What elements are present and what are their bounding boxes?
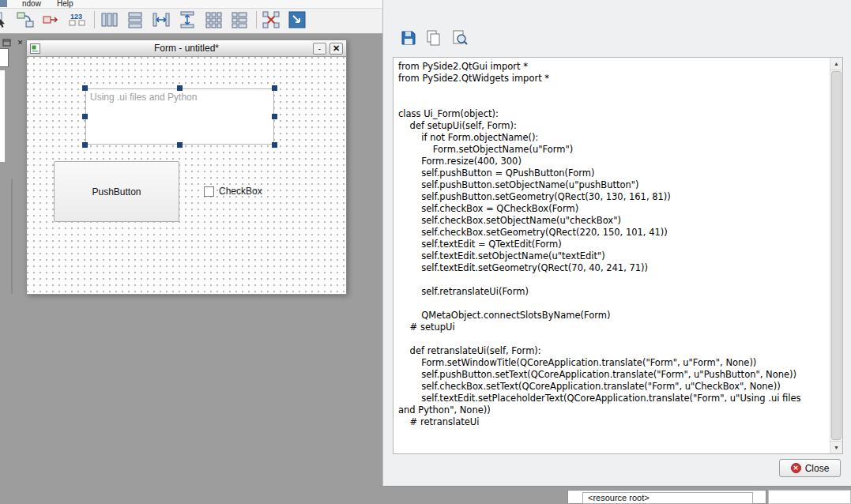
edit-widgets-icon[interactable] [0, 10, 9, 29]
dock-panel-fragment [0, 48, 9, 67]
checkbox-label: CheckBox [219, 186, 262, 197]
toolbar-separator [256, 11, 257, 28]
top-chrome: ndow Help 123 [0, 0, 383, 34]
code-text: from PySide2.QtGui import *from PySide2.… [394, 58, 829, 453]
code-line: self.pushButton.setText(QCoreApplication… [398, 369, 827, 381]
form-canvas[interactable]: Using .ui files and Python PushButton Ch… [27, 57, 346, 294]
resource-root-item[interactable]: <resource root> [582, 492, 753, 504]
code-line: def retranslateUi(self, Form): [398, 345, 827, 357]
code-line: Form.setWindowTitle(QCoreApplication.tra… [398, 357, 827, 369]
form-window-icon [30, 43, 40, 54]
adjust-size-icon[interactable] [288, 10, 307, 29]
code-line [398, 333, 827, 345]
selection-handle[interactable] [272, 142, 277, 148]
save-icon[interactable] [399, 28, 418, 47]
svg-text:123: 123 [70, 13, 82, 21]
minimize-button[interactable]: - [313, 43, 326, 55]
toolbar-separator [94, 11, 95, 28]
break-layout-icon[interactable] [262, 10, 281, 29]
scroll-up-icon[interactable]: ▲ [830, 58, 842, 70]
code-line: def setupUi(self, Form): [398, 120, 827, 132]
code-line: self.textEdit.setGeometry(QRect(70, 40, … [398, 262, 827, 274]
code-line: self.pushButton.setGeometry(QRect(30, 13… [398, 191, 827, 203]
window-close-button[interactable]: ✕ [329, 43, 343, 55]
dock-titlebar-buttons: ✕ [2, 37, 25, 47]
code-line: self.pushButton = QPushButton(Form) [398, 167, 827, 179]
code-line: self.textEdit.setPlaceholderText(QCoreAp… [398, 393, 827, 404]
resource-side-panel [768, 490, 851, 504]
selection-handle[interactable] [272, 85, 277, 91]
code-line: self.retranslateUi(Form) [398, 286, 827, 298]
edit-signals-slots-icon[interactable] [16, 10, 35, 29]
checkbox-widget[interactable]: CheckBox [204, 185, 262, 197]
code-line: self.pushButton.setObjectName(u"pushButt… [398, 179, 827, 191]
layout-grid-icon[interactable] [204, 10, 223, 29]
selection-handle[interactable] [272, 114, 277, 119]
edit-buddies-icon[interactable] [42, 10, 61, 29]
code-line: self.checkBox.setText(QCoreApplication.t… [398, 381, 827, 393]
copy-icon[interactable] [424, 28, 443, 47]
selection-handle[interactable] [82, 85, 88, 91]
layout-splitter-vertical-icon[interactable] [178, 10, 197, 29]
layout-horizontal-icon[interactable] [100, 10, 119, 29]
code-line: self.checkBox.setObjectName(u"checkBox") [398, 215, 827, 227]
textedit-placeholder: Using .ui files and Python [90, 92, 197, 103]
scroll-down-icon[interactable]: ▼ [830, 441, 842, 453]
checkbox-indicator[interactable] [204, 186, 214, 197]
code-line [398, 274, 827, 286]
dock-panel-fragment [0, 70, 6, 162]
code-line: if not Form.objectName(): [398, 132, 827, 144]
selection-handle[interactable] [82, 142, 88, 148]
dock-scrollbar-fragment[interactable] [11, 179, 13, 294]
form-window-titlebar[interactable]: Form - untitled* - ✕ [27, 40, 346, 57]
menubar: ndow Help [0, 0, 383, 9]
code-line: class Ui_Form(object): [398, 108, 827, 120]
code-line: self.checkBox = QCheckBox(Form) [398, 203, 827, 215]
close-button-label: Close [805, 463, 830, 474]
code-line [398, 298, 827, 310]
resource-browser: <resource root> [567, 490, 766, 504]
find-icon[interactable] [450, 28, 469, 47]
menubar-icon-fragment [0, 0, 7, 7]
close-button[interactable]: ✕ Close [779, 459, 841, 477]
pushbutton-widget[interactable]: PushButton [54, 161, 179, 222]
close-x-icon: ✕ [791, 463, 801, 473]
layout-vertical-icon[interactable] [126, 10, 145, 29]
code-view[interactable]: from PySide2.QtGui import *from PySide2.… [393, 57, 843, 454]
textedit-widget[interactable]: Using .ui files and Python [85, 88, 274, 145]
code-line: Form.resize(400, 300) [398, 156, 827, 167]
scrollbar-thumb[interactable] [831, 71, 842, 440]
form-window-title: Form - untitled* [27, 43, 346, 54]
code-line [398, 96, 827, 108]
code-line: from PySide2.QtGui import * [398, 61, 827, 73]
code-line [398, 85, 827, 96]
code-line: self.textEdit = QTextEdit(Form) [398, 239, 827, 250]
layout-form-icon[interactable] [230, 10, 249, 29]
code-line: from PySide2.QtWidgets import * [398, 73, 827, 85]
code-preview-dialog: from PySide2.QtGui import *from PySide2.… [382, 0, 851, 487]
dock-close-icon[interactable]: ✕ [15, 37, 25, 47]
layout-splitter-horizontal-icon[interactable] [152, 10, 171, 29]
code-line: # setupUi [398, 322, 827, 333]
selection-handle[interactable] [177, 142, 183, 148]
designer-form-window[interactable]: Form - untitled* - ✕ Using .ui files and… [26, 39, 347, 295]
code-line: and Python", None)) [398, 404, 827, 416]
edit-tab-order-icon[interactable]: 123 [68, 10, 87, 29]
menu-window[interactable]: ndow [22, 0, 41, 8]
toolbar: 123 [0, 10, 314, 29]
menu-help[interactable]: Help [57, 0, 73, 8]
selection-handle[interactable] [82, 114, 88, 119]
code-line: QMetaObject.connectSlotsByName(Form) [398, 310, 827, 322]
code-line: Form.setObjectName(u"Form") [398, 144, 827, 156]
vertical-scrollbar[interactable]: ▲ ▼ [830, 58, 842, 453]
code-line: self.checkBox.setGeometry(QRect(220, 150… [398, 227, 827, 239]
selection-handle[interactable] [177, 85, 183, 91]
code-line: # retranslateUi [398, 416, 827, 428]
code-line: self.textEdit.setObjectName(u"textEdit") [398, 250, 827, 262]
dock-float-icon[interactable] [2, 37, 12, 47]
